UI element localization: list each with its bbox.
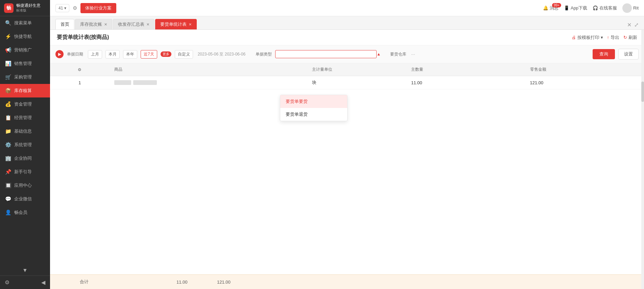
sidebar-item-quicknav[interactable]: ⚡ 快捷导航 [0, 30, 50, 43]
date-btn-last-7days[interactable]: 近7天 [141, 50, 157, 59]
col-settings[interactable]: ⚙ [50, 63, 110, 76]
footer-label: 合计 [75, 279, 143, 285]
sidebar-item-enterprise[interactable]: 🏢 企业协同 [0, 152, 50, 165]
cell-amount: 121.00 [525, 76, 644, 89]
topbar-right: 🔔 消息 99+ 📱 App下载 🎧 在线客服 Rit [543, 3, 639, 13]
col-product: 商品 [110, 63, 308, 76]
date-btn-custom[interactable]: 自定义 [175, 50, 193, 59]
date-btn-this-month[interactable]: 本月 [105, 50, 120, 59]
warehouse-dots-icon[interactable]: ··· [411, 51, 415, 57]
type-input[interactable] [275, 50, 377, 58]
sidebar: 畅 畅捷通好生意 标准版 🔍 搜索菜单 ⚡ 快捷导航 📢 营销推广 📊 销售管理… [0, 0, 50, 289]
sidebar-scroll-down[interactable]: ▼ [0, 265, 50, 275]
tab-close-order-stats[interactable]: ✕ [189, 22, 192, 27]
collapse-icon[interactable]: ◀ [41, 279, 45, 286]
appstore-icon: 🔲 [5, 182, 11, 189]
avatar [622, 3, 632, 13]
topbar-left: 41 ▾ ⚙ 体验行业方案 [55, 3, 116, 13]
guide-icon: 📌 [5, 169, 11, 175]
sidebar-item-operations[interactable]: 📋 经营管理 [0, 111, 50, 125]
sidebar-item-purchase[interactable]: 🛒 采购管理 [0, 70, 50, 84]
cell-product [110, 76, 308, 89]
table-header: ⚙ 商品 主计量单位 主数量 零售金额 [50, 63, 644, 76]
sidebar-item-finance[interactable]: 💰 资金管理 [0, 97, 50, 111]
col-unit: 主计量单位 [307, 63, 406, 76]
app-download-btn[interactable]: 📱 App下载 [564, 5, 587, 11]
topbar-gear-icon[interactable]: ⚙ [73, 5, 77, 11]
online-support-btn[interactable]: 🎧 在线客服 [593, 5, 617, 11]
sidebar-item-sales[interactable]: 📊 销售管理 [0, 57, 50, 70]
table-footer: 合计 11.00 121.00 [50, 274, 644, 289]
export-btn[interactable]: ↑ 导出 [607, 35, 620, 41]
user-avatar-btn[interactable]: Rit [622, 3, 639, 13]
data-table: ⚙ 商品 主计量单位 主数量 零售金额 1 [50, 63, 644, 89]
finance-icon: 💰 [5, 101, 11, 108]
sidebar-item-inventory[interactable]: 📦 库存核算 [0, 84, 50, 97]
query-btn[interactable]: 查询 [593, 49, 615, 59]
sidebar-item-search[interactable]: 🔍 搜索菜单 [0, 16, 50, 30]
type-label: 单据类型 [256, 51, 272, 57]
close-all-tabs-icon[interactable]: ✕ [627, 22, 631, 28]
warehouse-label: 要货仓库 [390, 51, 406, 57]
setting-btn[interactable]: 设置 [618, 49, 639, 60]
member-icon: 👤 [5, 209, 11, 216]
column-settings-icon[interactable]: ⚙ [78, 67, 81, 72]
sidebar-item-wechat[interactable]: 💬 企业微信 [0, 192, 50, 206]
chevron-print-icon: ▾ [601, 35, 603, 40]
dropdown-item-order-return[interactable]: 要货单退货 [280, 108, 347, 121]
table-body: 1 块 11.00 121.00 [50, 76, 644, 89]
basics-icon: 📁 [5, 128, 11, 135]
sidebar-item-appstore[interactable]: 🔲 应用中心 [0, 179, 50, 192]
tab-receivables[interactable]: 收发存汇总表 ✕ [113, 19, 154, 29]
logo-text: 畅捷通好生意 标准版 [16, 3, 41, 13]
type-chevron-up-icon[interactable]: ▲ [377, 52, 381, 57]
notifications-btn[interactable]: 🔔 消息 99+ [543, 5, 558, 11]
footer-qty: 11.00 [176, 280, 217, 285]
scrollbar-thumb[interactable] [641, 82, 644, 102]
expand-tabs-icon[interactable]: ⤢ [634, 22, 639, 28]
sidebar-nav: 🔍 搜索菜单 ⚡ 快捷导航 📢 营销推广 📊 销售管理 🛒 采购管理 📦 库存核… [0, 16, 50, 265]
sidebar-item-member[interactable]: 👤 畅会员 [0, 206, 50, 219]
content-area: 要货单统计表(按商品) 🖨 按模板打印 ▾ ↑ 导出 ↻ 刷新 ▶ [50, 30, 644, 289]
print-icon: 🖨 [572, 35, 576, 40]
download-icon: 📱 [564, 5, 569, 10]
page-actions: 🖨 按模板打印 ▾ ↑ 导出 ↻ 刷新 [572, 35, 638, 41]
quicknav-icon: ⚡ [5, 33, 11, 40]
main-area: 41 ▾ ⚙ 体验行业方案 🔔 消息 99+ 📱 App下载 🎧 在线客服 [50, 0, 644, 289]
company-selector[interactable]: 41 ▾ [55, 4, 69, 12]
operations-icon: 📋 [5, 114, 11, 121]
tab-inventory-batch[interactable]: 库存批次账 ✕ [75, 19, 112, 29]
date-btn-last-month[interactable]: 上月 [88, 50, 102, 59]
print-btn[interactable]: 🖨 按模板打印 ▾ [572, 35, 603, 41]
sidebar-logo: 畅 畅捷通好生意 标准版 [0, 0, 50, 16]
bell-icon: 🔔 [543, 5, 548, 10]
product-placeholder [114, 80, 303, 85]
settings-footer-icon[interactable]: ⚙ [5, 279, 9, 286]
date-range-text: 2023-05-06 至 2023-06-06 [198, 51, 245, 57]
logo-icon: 畅 [4, 3, 14, 13]
enterprise-icon: 🏢 [5, 155, 11, 162]
tabbar: 首页 库存批次账 ✕ 收发存汇总表 ✕ 要货单统计表 ✕ ✕ ⤢ [50, 16, 644, 30]
more-badge[interactable]: 更多 [161, 51, 171, 57]
sidebar-item-basics[interactable]: 📁 基础信息 [0, 125, 50, 138]
tab-close-inventory-batch[interactable]: ✕ [104, 22, 107, 27]
col-amount: 零售金额 [525, 63, 644, 76]
page-header: 要货单统计表(按商品) 🖨 按模板打印 ▾ ↑ 导出 ↻ 刷新 [50, 30, 644, 45]
inventory-icon: 📦 [5, 87, 11, 94]
tab-close-receivables[interactable]: ✕ [146, 22, 149, 27]
tabbar-end-icons: ✕ ⤢ [627, 22, 639, 29]
right-scrollbar[interactable] [641, 30, 644, 289]
tab-home[interactable]: 首页 [55, 19, 74, 29]
refresh-icon: ↻ [623, 35, 627, 40]
sidebar-item-guide[interactable]: 📌 新手引导 [0, 165, 50, 179]
filter-toggle-btn[interactable]: ▶ [55, 50, 64, 58]
date-btn-this-year[interactable]: 本年 [123, 50, 137, 59]
sidebar-item-system[interactable]: ⚙️ 系统管理 [0, 138, 50, 152]
dropdown-item-order-goods[interactable]: 要货单要货 [280, 95, 347, 108]
tab-order-stats[interactable]: 要货单统计表 ✕ [155, 19, 197, 29]
industry-btn[interactable]: 体验行业方案 [80, 3, 116, 13]
refresh-btn[interactable]: ↻ 刷新 [623, 35, 637, 41]
col-qty: 主数量 [406, 63, 525, 76]
table-header-row: ⚙ 商品 主计量单位 主数量 零售金额 [50, 63, 644, 76]
sidebar-item-marketing[interactable]: 📢 营销推广 [0, 43, 50, 57]
